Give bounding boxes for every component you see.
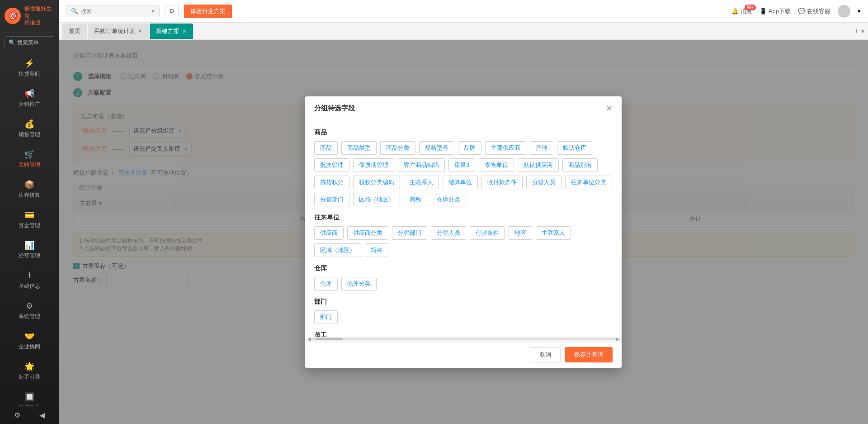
sidebar-search-area: 🔍 搜索菜单 [0, 33, 59, 53]
tag-short-name[interactable]: 简称 [404, 193, 427, 206]
collab-icon: 🤝 [24, 331, 34, 341]
sidebar-item-guide[interactable]: 🌟 新手引导 [0, 356, 59, 386]
sidebar: 🎯 畅捷通好生意 标准版 🔍 搜索菜单 ⚡ 快捷导航 📢 营销推广 💰 [0, 0, 59, 424]
gear-button[interactable]: ⚙ [165, 5, 179, 17]
app-download-item[interactable]: 📱 App下载 [760, 7, 791, 15]
tag-customer-code[interactable]: 客户商品编码 [398, 158, 445, 172]
sidebar-item-basic-info[interactable]: ℹ 基础信息 [0, 265, 59, 295]
search-dropdown-icon[interactable]: ▾ [151, 8, 155, 14]
tag-contact2[interactable]: 主联系人 [536, 226, 571, 240]
tag-supplier-category[interactable]: 供应商分类 [347, 226, 388, 240]
section-warehouse: 仓库 仓库 仓库分类 [314, 264, 613, 291]
search-menu-button[interactable]: 🔍 搜索菜单 [5, 36, 54, 49]
tab-purchase-stats[interactable]: 采购订单统计表 ✕ [88, 24, 149, 39]
tab-new-plan-close[interactable]: ✕ [182, 28, 187, 34]
tag-batch-mgmt[interactable]: 批次管理 [314, 158, 349, 172]
section-goods: 商品 商品 商品类型 商品分类 规格型号 品牌 主要供应商 产地 默认仓库 批次… [314, 129, 613, 206]
tag-manager2[interactable]: 分管人员 [431, 226, 466, 240]
tag-main-supplier[interactable]: 主要供应商 [485, 141, 526, 155]
tag-expiry-mgmt[interactable]: 保质期管理 [353, 158, 394, 172]
main-area: 🔍 ▾ ⚙ 体验行业方案 🔔 消息 99+ 📱 App下载 💬 在线客服 [59, 0, 868, 424]
section-goods-tags: 商品 商品类型 商品分类 规格型号 品牌 主要供应商 产地 默认仓库 批次管理 … [314, 141, 613, 206]
logo-icon: 🎯 [5, 8, 21, 24]
tag-goods[interactable]: 商品 [314, 141, 338, 155]
tag-warehouse[interactable]: 仓库 [314, 277, 338, 291]
field-select-dialog: 分组待选字段 ✕ 商品 商品 商品类型 商品分类 规格型号 [305, 96, 622, 368]
section-department: 部门 部门 [314, 298, 613, 324]
tag-goods-alias[interactable]: 商品别名 [562, 158, 598, 172]
tag-manager[interactable]: 分管人员 [526, 176, 561, 189]
sidebar-item-quick-nav[interactable]: ⚡ 快捷导航 [0, 53, 59, 83]
quick-nav-icon: ⚡ [24, 58, 34, 68]
sidebar-item-inventory[interactable]: 📦 库存核算 [0, 174, 59, 205]
online-service-item[interactable]: 💬 在线客服 [798, 7, 830, 15]
inventory-icon: 📦 [24, 180, 34, 190]
tag-brand[interactable]: 品牌 [458, 141, 481, 155]
confirm-button[interactable]: 保存并查询 [565, 347, 613, 362]
sidebar-item-system[interactable]: ⚙ 系统管理 [0, 295, 59, 326]
hscroll-thumb[interactable] [316, 338, 343, 340]
purchase-icon: 🛒 [24, 149, 34, 159]
tag-weight3[interactable]: 重量3 [448, 158, 475, 172]
cancel-button[interactable]: 取消 [530, 347, 561, 362]
tag-payment2[interactable]: 付款条件 [470, 226, 505, 240]
tag-origin[interactable]: 产地 [530, 141, 553, 155]
sales-icon: 💰 [24, 119, 34, 129]
sidebar-item-collab[interactable]: 🤝 企业协同 [0, 326, 59, 356]
sidebar-item-operations[interactable]: 📊 经营管理 [0, 235, 59, 265]
section-warehouse-tags: 仓库 仓库分类 [314, 277, 613, 291]
tag-default-warehouse[interactable]: 默认仓库 [557, 141, 592, 155]
tag-default-supplier[interactable]: 默认供应商 [518, 158, 559, 172]
tag-region[interactable]: 区域（地区） [353, 193, 400, 206]
tab-new-plan[interactable]: 新建方案 ✕ [150, 24, 193, 39]
notification-icon: 🔔 [731, 8, 739, 14]
toggle-bottom-btn[interactable]: ◀ [39, 411, 45, 419]
tag-payment-terms[interactable]: 收付款条件 [481, 176, 523, 189]
sidebar-item-finance[interactable]: 💳 资金管理 [0, 205, 59, 235]
tag-region2[interactable]: 区域（地区） [314, 243, 361, 257]
dialog-overlay: 分组待选字段 ✕ 商品 商品 商品类型 商品分类 规格型号 [59, 40, 868, 424]
sidebar-item-purchase[interactable]: 🛒 采购管理 [0, 144, 59, 174]
tag-short2[interactable]: 简称 [365, 243, 388, 257]
tab-home[interactable]: 首页 [62, 24, 87, 39]
sidebar-item-sales[interactable]: 💰 销售管理 [0, 114, 59, 144]
top-bar: 🔍 ▾ ⚙ 体验行业方案 🔔 消息 99+ 📱 App下载 💬 在线客服 [59, 0, 868, 23]
tag-supplier[interactable]: 供应商 [314, 226, 344, 240]
system-icon: ⚙ [26, 301, 33, 311]
section-department-title: 部门 [314, 298, 613, 306]
top-search-box[interactable]: 🔍 ▾ [66, 5, 160, 17]
tag-partner-category[interactable]: 往来单位分类 [565, 176, 612, 189]
sidebar-item-app-center[interactable]: 🔲 应用中心 [0, 386, 59, 406]
tag-dept2[interactable]: 分管部门 [392, 226, 427, 240]
tag-main-contact[interactable]: 主联系人 [404, 176, 439, 189]
tag-goods-type[interactable]: 商品类型 [341, 141, 377, 155]
tag-warehouse-cat[interactable]: 仓库分类 [341, 277, 377, 291]
dialog-body[interactable]: 商品 商品 商品类型 商品分类 规格型号 品牌 主要供应商 产地 默认仓库 批次… [305, 121, 622, 337]
section-partner-tags: 供应商 供应商分类 分管部门 分管人员 付款条件 地区 主联系人 区域（地区） … [314, 226, 613, 257]
tag-district[interactable]: 地区 [509, 226, 532, 240]
sidebar-item-marketing[interactable]: 📢 营销推广 [0, 83, 59, 114]
tab-add-button[interactable]: + [854, 27, 859, 35]
notification-item[interactable]: 🔔 消息 99+ [731, 7, 752, 15]
tag-wh-category[interactable]: 仓库分类 [431, 193, 466, 206]
tag-pick-points[interactable]: 拣货积分 [314, 176, 349, 189]
tag-dept[interactable]: 分管部门 [314, 193, 349, 206]
trial-button[interactable]: 体验行业方案 [184, 5, 232, 18]
search-icon: 🔍 [9, 39, 15, 46]
top-search-input[interactable] [81, 8, 149, 14]
settings-bottom-btn[interactable]: ⚙ [14, 411, 20, 419]
tag-tax-code[interactable]: 税收分类编码 [353, 176, 400, 189]
tag-retail-unit[interactable]: 零售单位 [479, 158, 514, 172]
tab-purchase-stats-close[interactable]: ✕ [138, 28, 142, 34]
user-avatar[interactable] [838, 5, 850, 18]
user-menu-icon[interactable]: ▾ [858, 8, 861, 14]
tag-department[interactable]: 部门 [314, 310, 338, 324]
finance-icon: 💳 [24, 210, 34, 220]
tab-more-button[interactable]: ▾ [861, 28, 864, 35]
dialog-hscrollbar[interactable]: ◀ ▶ [305, 337, 622, 341]
tag-spec-model[interactable]: 规格型号 [419, 141, 454, 155]
tag-goods-category[interactable]: 商品分类 [380, 141, 415, 155]
notification-badge: 99+ [745, 5, 756, 10]
dialog-close-button[interactable]: ✕ [606, 104, 613, 114]
tag-settlement-unit[interactable]: 结算单位 [443, 176, 478, 189]
